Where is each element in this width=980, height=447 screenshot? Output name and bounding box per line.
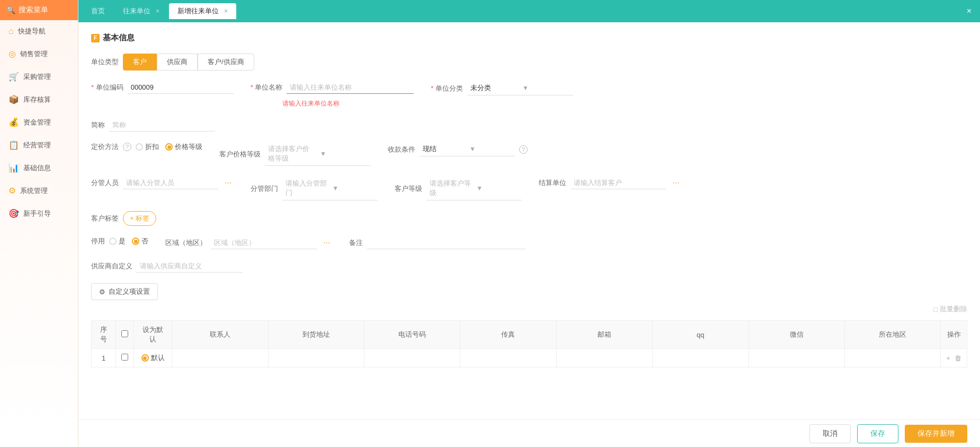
code-input[interactable]	[128, 81, 234, 94]
dept-label: 分管部门	[251, 184, 278, 194]
sidebar-item-sales[interactable]: ◎ 销售管理	[0, 42, 78, 65]
disabled-radio-group: 是 否	[109, 236, 148, 246]
customer-price-select[interactable]: 请选择客户价格等级 ▼	[265, 142, 371, 166]
sidebar-item-system[interactable]: ⚙ 系统管理	[0, 179, 78, 202]
tab-bar: 首页 往来单位 × 新增往来单位 × ×	[78, 0, 980, 22]
sidebar-item-label: 新手引导	[23, 209, 51, 218]
customer-level-select[interactable]: 请选择客户等级 ▼	[426, 177, 522, 200]
address-input[interactable]	[274, 354, 359, 362]
supplier-custom-input[interactable]	[137, 260, 243, 273]
pricing-level-radio[interactable]: 价格等级	[165, 142, 202, 152]
tab-new-partner[interactable]: 新增往来单位 ×	[169, 3, 236, 19]
settlement-input[interactable]	[571, 177, 666, 189]
batch-delete-label[interactable]: 批量删除	[940, 304, 967, 314]
email-input[interactable]	[562, 354, 647, 362]
table-row: 1 默认	[92, 349, 967, 367]
disabled-field: 停用 是 否	[91, 236, 148, 246]
region-more-icon[interactable]: ···	[321, 238, 332, 248]
manager-input[interactable]	[123, 177, 218, 189]
type-btn-customer[interactable]: 客户	[123, 54, 157, 71]
sidebar-item-basic[interactable]: 📊 基础信息	[0, 156, 78, 179]
sidebar-item-label: 资金管理	[23, 118, 51, 127]
payment-help-icon[interactable]: ?	[519, 145, 528, 154]
abbr-input[interactable]	[109, 119, 215, 132]
row-address[interactable]	[268, 349, 364, 367]
finance-icon: 💰	[8, 117, 19, 127]
abbr-row: 简称	[91, 119, 967, 132]
tag-field: 客户标签 + 标签	[91, 211, 156, 226]
tab-new-partner-close[interactable]: ×	[224, 7, 228, 15]
sidebar-item-purchase[interactable]: 🛒 采购管理	[0, 65, 78, 88]
qq-input[interactable]	[658, 354, 743, 362]
pricing-help-icon[interactable]: ?	[123, 143, 131, 151]
close-all-tabs[interactable]: ×	[963, 4, 976, 18]
name-label: 单位名称	[251, 83, 283, 92]
row-checkbox[interactable]	[116, 349, 134, 367]
save-new-button[interactable]: 保存并新增	[905, 425, 967, 443]
row-select-checkbox[interactable]	[121, 354, 128, 361]
sidebar-item-label: 采购管理	[23, 72, 51, 82]
sidebar-item-inventory[interactable]: 📦 库存核算	[0, 88, 78, 111]
row-default-radio[interactable]: 默认	[139, 353, 166, 363]
row-no: 1	[92, 349, 116, 367]
row-wechat[interactable]	[749, 349, 844, 367]
category-select[interactable]: 未分类 ▼	[467, 81, 573, 95]
th-default: 设为默认	[134, 321, 172, 349]
cancel-button[interactable]: 取消	[809, 424, 851, 443]
dept-select[interactable]: 请输入分管部门 ▼	[282, 177, 378, 200]
sales-icon: ◎	[8, 49, 16, 59]
row-phone[interactable]	[364, 349, 460, 367]
customer-level-placeholder: 请选择客户等级	[430, 179, 472, 198]
th-qq: qq	[653, 321, 749, 349]
disabled-yes-radio[interactable]: 是	[109, 236, 126, 246]
pricing-discount-radio[interactable]: 折扣	[136, 142, 159, 152]
manager-field: 分管人员 ···	[91, 177, 234, 189]
wechat-input[interactable]	[754, 354, 839, 362]
remark-input[interactable]	[367, 236, 526, 249]
row-qq[interactable]	[653, 349, 749, 367]
add-row-icon[interactable]: +	[946, 354, 950, 362]
tab-partner[interactable]: 往来单位 ×	[114, 3, 168, 19]
row-region[interactable]	[844, 349, 940, 367]
search-menu-label: 搜索菜单	[19, 5, 48, 15]
table-header-row: 序号 设为默认 联系人 到货地址 电话号码 传真 邮箱 qq 微信 所在地区 操…	[92, 321, 967, 349]
category-value: 未分类	[470, 83, 518, 93]
add-tag-button[interactable]: + 标签	[123, 211, 156, 226]
pricing-row: 定价方法 ? 折扣 价格等级 客户价格等级 请选择客户价格等级	[91, 142, 967, 166]
contact-input[interactable]	[177, 354, 262, 362]
sidebar-item-label: 快捷导航	[18, 27, 46, 36]
region-input[interactable]	[211, 236, 317, 249]
settlement-more-icon[interactable]: ···	[670, 178, 681, 188]
type-btn-supplier[interactable]: 供应商	[157, 54, 198, 71]
payment-arrow-icon: ▼	[469, 145, 512, 153]
tab-partner-close[interactable]: ×	[156, 7, 159, 15]
save-button[interactable]: 保存	[857, 424, 898, 443]
region-row-input[interactable]	[850, 354, 935, 362]
payment-label: 收款条件	[388, 145, 415, 154]
row-email[interactable]	[556, 349, 652, 367]
sidebar: 🔍 搜索菜单 ⌂ 快捷导航 ◎ 销售管理 🛒 采购管理 📦 库存核算 💰 资金管…	[0, 0, 78, 447]
sidebar-item-finance[interactable]: 💰 资金管理	[0, 111, 78, 134]
tab-new-partner-label: 新增往来单位	[177, 6, 219, 16]
name-input[interactable]	[287, 81, 414, 94]
custom-settings-button[interactable]: ⚙ 自定义项设置	[91, 283, 158, 300]
th-phone: 电话号码	[364, 321, 460, 349]
search-menu-btn[interactable]: 🔍 搜索菜单	[0, 0, 78, 20]
delete-row-icon[interactable]: 🗑	[955, 354, 961, 362]
tab-home[interactable]: 首页	[83, 3, 113, 19]
sidebar-item-operation[interactable]: 📋 经营管理	[0, 134, 78, 156]
sidebar-item-quick-nav[interactable]: ⌂ 快捷导航	[0, 20, 78, 42]
type-btn-both[interactable]: 客户/供应商	[198, 54, 254, 71]
payment-select[interactable]: 现结 ▼	[420, 142, 515, 156]
select-all-checkbox[interactable]	[121, 330, 128, 337]
row-fax[interactable]	[460, 349, 556, 367]
fax-input[interactable]	[466, 354, 550, 362]
sidebar-item-guide[interactable]: 🎯 新手引导	[0, 202, 78, 225]
disabled-no-radio[interactable]: 否	[132, 236, 148, 246]
tag-btn-label: + 标签	[130, 214, 149, 223]
phone-input[interactable]	[370, 354, 455, 362]
manager-more-icon[interactable]: ···	[222, 178, 234, 188]
tab-partner-label: 往来单位	[123, 6, 150, 16]
tab-home-label: 首页	[91, 6, 105, 16]
row-contact[interactable]	[172, 349, 268, 367]
